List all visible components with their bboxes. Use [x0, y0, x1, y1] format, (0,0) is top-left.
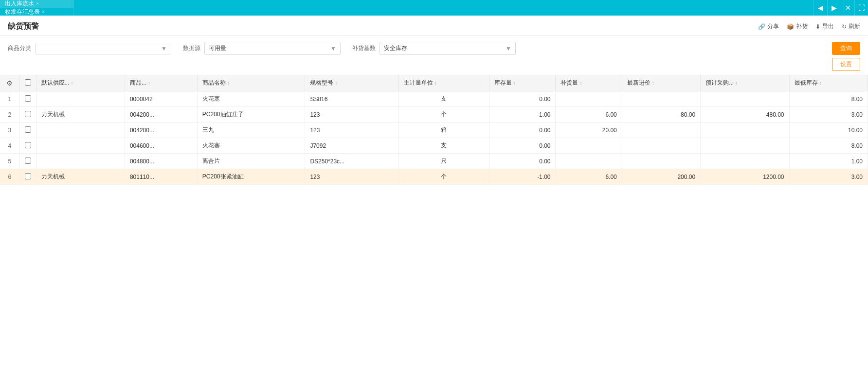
cell-name-4: 离合片: [197, 154, 305, 169]
nav-tab-5[interactable]: 出入库流水×: [0, 0, 73, 8]
filter-action-btns: 查询 设置: [832, 42, 860, 71]
table-row: 3004200...三九123箱0.0020.0010.00: [0, 123, 868, 138]
cell-index-5: 6: [0, 169, 19, 185]
nav-next-btn[interactable]: ▶: [827, 0, 841, 16]
cell-spec-0: SS816: [305, 91, 398, 107]
filter-group-category: 商品分类 ▼: [8, 43, 171, 54]
cell-checkbox-5[interactable]: [19, 169, 36, 185]
table-row: 10000042火花塞SS816支0.008.00: [0, 91, 868, 107]
replenish-icon: 📦: [787, 23, 794, 30]
col-min-stock-label: 最低库存: [795, 79, 818, 87]
cell-estimatedPurchase-4: [701, 154, 789, 169]
table-row: 5004800...离合片DS250*23c...只0.001.00: [0, 154, 868, 169]
cell-spec-2: 123: [305, 123, 398, 138]
row-checkbox-3[interactable]: [25, 142, 31, 148]
cell-spec-5: 123: [305, 169, 398, 185]
filter-select-category[interactable]: ▼: [35, 43, 171, 54]
filter-group-replenish-base: 补货基数 安全库存 ▼: [352, 42, 516, 55]
sort-icon-stock: ↕: [513, 80, 516, 86]
select-all-checkbox[interactable]: [25, 79, 31, 86]
col-latest-price-label: 最新进价: [627, 79, 651, 87]
cell-checkbox-2[interactable]: [19, 123, 36, 138]
nav-prev-btn[interactable]: ◀: [814, 0, 827, 16]
refresh-icon: ↻: [842, 23, 847, 30]
nav-tab-close-6[interactable]: ×: [42, 9, 45, 15]
filter-replenish-base-value: 安全库存: [384, 44, 407, 53]
cell-index-1: 2: [0, 107, 19, 123]
cell-supplier-4: [36, 154, 125, 169]
row-checkbox-0[interactable]: [25, 95, 31, 102]
page-title: 缺货预警: [8, 21, 758, 32]
share-btn[interactable]: 🔗 分享: [758, 22, 779, 31]
row-checkbox-2[interactable]: [25, 126, 31, 133]
cell-spec-4: DS250*23c...: [305, 154, 398, 169]
col-code[interactable]: 商品... ↕: [125, 75, 197, 91]
replenish-btn[interactable]: 📦 补货: [787, 22, 808, 31]
cell-checkbox-4[interactable]: [19, 154, 36, 169]
col-replenish[interactable]: 补货量 ↕: [556, 75, 622, 91]
nav-tab-6[interactable]: 收发存汇总表×: [0, 8, 73, 16]
filter-group-datasource: 数据源 可用量 ▼: [183, 42, 341, 55]
col-spec[interactable]: 规格型号 ↕: [305, 75, 398, 91]
cell-name-0: 火花塞: [197, 91, 305, 107]
export-btn[interactable]: ⬇ 导出: [815, 22, 834, 31]
filter-label-datasource: 数据源: [183, 44, 200, 53]
row-checkbox-5[interactable]: [25, 173, 31, 179]
col-supplier[interactable]: 默认供应... ↕: [36, 75, 125, 91]
top-nav: 首页拣货异常处理×现存量（库存状况表）×现存量（库存分布表）×库存批次账×出入库…: [0, 0, 868, 16]
sort-icon-spec: ↕: [335, 80, 337, 86]
col-checkbox[interactable]: [19, 75, 36, 91]
cell-code-2: 004200...: [125, 123, 197, 138]
query-button[interactable]: 查询: [832, 42, 860, 55]
row-checkbox-1[interactable]: [25, 111, 31, 117]
col-name-label: 商品名称: [202, 79, 226, 87]
col-supplier-label: 默认供应...: [41, 79, 70, 87]
cell-stock-1: -1.00: [489, 107, 556, 123]
settings-button[interactable]: 设置: [832, 58, 860, 71]
col-spec-label: 规格型号: [310, 79, 333, 87]
cell-unit-4: 只: [398, 154, 489, 169]
col-est-purchase[interactable]: 预计采购... ↕: [701, 75, 789, 91]
col-unit-label: 主计量单位: [404, 79, 433, 87]
nav-tab-close-5[interactable]: ×: [36, 1, 39, 6]
cell-latestPrice-1: 80.00: [622, 107, 700, 123]
col-name[interactable]: 商品名称 ↕: [197, 75, 305, 91]
col-stock[interactable]: 库存量 ↕: [489, 75, 556, 91]
cell-checkbox-1[interactable]: [19, 107, 36, 123]
filter-label-category: 商品分类: [8, 44, 31, 53]
filter-select-datasource[interactable]: 可用量 ▼: [204, 42, 341, 55]
table-row: 2力天机械004200...PC200油缸庄子123个-1.006.0080.0…: [0, 107, 868, 123]
cell-checkbox-0[interactable]: [19, 91, 36, 107]
cell-index-2: 3: [0, 123, 19, 138]
cell-estimatedPurchase-0: [701, 91, 789, 107]
cell-checkbox-3[interactable]: [19, 138, 36, 154]
nav-tab-label-6: 收发存汇总表: [5, 8, 40, 16]
nav-fullscreen-btn[interactable]: ⛶: [854, 0, 868, 16]
col-latest-price[interactable]: 最新进价 ↕: [622, 75, 700, 91]
filter-select-replenish-base[interactable]: 安全库存 ▼: [380, 42, 516, 55]
cell-stock-3: 0.00: [489, 138, 556, 154]
cell-stock-0: 0.00: [489, 91, 556, 107]
chevron-down-icon-3: ▼: [506, 45, 511, 52]
cell-minStock-3: 8.00: [789, 138, 868, 154]
refresh-btn[interactable]: ↻ 刷新: [842, 22, 860, 31]
nav-close-btn[interactable]: ✕: [841, 0, 854, 16]
col-unit[interactable]: 主计量单位 ↕: [398, 75, 489, 91]
cell-estimatedPurchase-1: 480.00: [701, 107, 789, 123]
cell-stock-2: 0.00: [489, 123, 556, 138]
cell-code-0: 0000042: [125, 91, 197, 107]
row-checkbox-4[interactable]: [25, 158, 31, 164]
sort-icon-replenish: ↕: [579, 80, 582, 86]
cell-name-3: 火花塞: [197, 138, 305, 154]
nav-controls: ◀ ▶ ✕ ⛶: [814, 0, 868, 16]
cell-code-4: 004800...: [125, 154, 197, 169]
cell-latestPrice-0: [622, 91, 700, 107]
cell-latestPrice-3: [622, 138, 700, 154]
col-settings[interactable]: ⚙: [0, 75, 19, 91]
cell-replenish-0: [556, 91, 622, 107]
col-min-stock[interactable]: 最低库存 ↕: [789, 75, 868, 91]
cell-minStock-5: 3.00: [789, 169, 868, 185]
cell-replenish-4: [556, 154, 622, 169]
cell-name-1: PC200油缸庄子: [197, 107, 305, 123]
cell-minStock-2: 10.00: [789, 123, 868, 138]
